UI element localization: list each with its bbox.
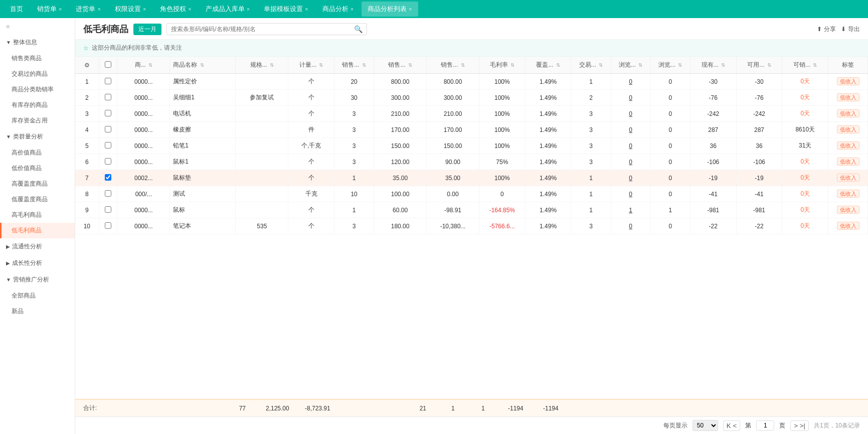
th-code[interactable]: 商... ⇅ — [117, 57, 170, 74]
row-checkbox-cell[interactable] — [99, 218, 117, 234]
nav-role-auth[interactable]: 角色授权 × — [154, 2, 197, 17]
sidebar-item-high-margin[interactable]: 高毛利商品 — [0, 207, 75, 223]
nav-close-product-analysis[interactable]: × — [351, 6, 354, 12]
nav-finished-goods[interactable]: 产成品入库单 × — [200, 2, 256, 17]
page-number-input[interactable] — [756, 420, 774, 430]
th-settings[interactable]: ⚙ — [75, 57, 99, 74]
row-view1[interactable]: 0 — [611, 218, 650, 234]
row-checkbox[interactable] — [105, 142, 111, 149]
th-cover-rate[interactable]: 覆盖... ⇅ — [525, 57, 571, 74]
th-gross-rate[interactable]: 毛利率 ⇅ — [479, 57, 525, 74]
row-tag: 低收入 — [828, 186, 868, 202]
sidebar-item-low-coverage[interactable]: 低覆盖度商品 — [0, 192, 75, 207]
th-unit[interactable]: 计量... ⇅ — [288, 57, 334, 74]
row-view1[interactable]: 0 — [611, 154, 650, 170]
sidebar-collapse-btn[interactable]: « — [4, 20, 12, 32]
table-container[interactable]: ⚙ 商... ⇅ 商品名称 ⇅ — [75, 57, 868, 399]
row-name: 吴细细1 — [170, 90, 236, 106]
row-view1[interactable]: 0 — [611, 106, 650, 122]
sidebar-item-all-products[interactable]: 全部商品 — [0, 288, 75, 304]
sidebar-item-high-value[interactable]: 高价值商品 — [0, 145, 75, 161]
th-select-all[interactable] — [99, 57, 117, 74]
row-checkbox-cell[interactable] — [99, 138, 117, 154]
nav-purchase-order[interactable]: 进货单 × — [70, 2, 106, 17]
row-checkbox-cell[interactable] — [99, 170, 117, 186]
nav-product-analysis-list[interactable]: 商品分析列表 × — [362, 2, 418, 17]
th-sales-total[interactable]: 销售... ⇅ — [427, 57, 479, 74]
nav-permission[interactable]: 权限设置 × — [109, 2, 152, 17]
search-input[interactable] — [171, 26, 354, 33]
table-row: 8 000/... 测试 千克 10 100.00 0.00 0 1.49% 1… — [75, 186, 868, 202]
th-trade[interactable]: 交易... ⇅ — [571, 57, 611, 74]
nav-home[interactable]: 首页 — [4, 2, 29, 17]
th-salable[interactable]: 可销... ⇅ — [782, 57, 828, 74]
settings-icon[interactable]: ⚙ — [84, 62, 90, 69]
share-button[interactable]: ⬆ 分享 — [817, 25, 836, 34]
row-checkbox-cell[interactable] — [99, 74, 117, 90]
next-page-btn[interactable]: > >| — [790, 420, 809, 431]
sidebar-section-growth[interactable]: ▶ 成长性分析 — [0, 255, 75, 271]
select-all-checkbox[interactable] — [105, 61, 111, 68]
sidebar-item-new-products[interactable]: 新品 — [0, 304, 75, 319]
date-filter-button[interactable]: 近一月 — [133, 24, 161, 35]
th-view1[interactable]: 浏览... ⇅ — [611, 57, 650, 74]
sidebar-item-low-value[interactable]: 低价值商品 — [0, 161, 75, 176]
th-name[interactable]: 商品名称 ⇅ — [170, 57, 236, 74]
sidebar-section-marketing[interactable]: ▼ 营销推广分析 — [0, 271, 75, 288]
sidebar-item-category-assist[interactable]: 商品分类助销率 — [0, 82, 75, 97]
row-view1[interactable]: 0 — [611, 74, 650, 90]
row-view1[interactable]: 0 — [611, 122, 650, 138]
row-checkbox[interactable] — [105, 78, 111, 84]
row-view1[interactable]: 1 — [611, 202, 650, 218]
nav-close-purchase-order[interactable]: × — [97, 6, 100, 12]
th-current[interactable]: 现有... ⇅ — [690, 57, 736, 74]
th-sales-price[interactable]: 销售... ⇅ — [374, 57, 427, 74]
nav-close-sales-order[interactable]: × — [59, 6, 62, 12]
sidebar-section-cluster[interactable]: ▼ 类群量分析 — [0, 128, 75, 145]
search-icon[interactable]: 🔍 — [354, 25, 363, 33]
row-checkbox-cell[interactable] — [99, 122, 117, 138]
nav-close-product-analysis-list[interactable]: × — [409, 6, 412, 12]
th-view2[interactable]: 浏览... ⇅ — [650, 57, 690, 74]
sidebar-item-low-margin[interactable]: 低毛利商品 — [0, 223, 75, 238]
row-checkbox[interactable] — [105, 126, 111, 132]
nav-close-permission[interactable]: × — [143, 6, 146, 12]
th-spec[interactable]: 规格... ⇅ — [236, 57, 288, 74]
row-checkbox[interactable] — [105, 158, 111, 165]
row-checkbox[interactable] — [105, 206, 111, 213]
first-page-btn[interactable]: K < — [723, 420, 740, 431]
sidebar-section-circulation[interactable]: ▶ 流通性分析 — [0, 238, 75, 255]
row-view1[interactable]: 0 — [611, 186, 650, 202]
sidebar-section-overall[interactable]: ▼ 整体信息 — [0, 34, 75, 51]
sidebar-item-inventory-capital[interactable]: 库存资金占用 — [0, 113, 75, 128]
th-sales-qty[interactable]: 销售... ⇅ — [334, 57, 374, 74]
nav-close-finished-goods[interactable]: × — [247, 6, 250, 12]
sidebar-item-traded-products[interactable]: 交易过的商品 — [0, 66, 75, 82]
sidebar-item-in-stock[interactable]: 有库存的商品 — [0, 97, 75, 113]
row-checkbox-cell[interactable] — [99, 186, 117, 202]
row-checkbox-cell[interactable] — [99, 202, 117, 218]
row-view1[interactable]: 0 — [611, 138, 650, 154]
row-checkbox-cell[interactable] — [99, 90, 117, 106]
nav-sales-order[interactable]: 销货单 × — [31, 2, 68, 17]
row-checkbox-cell[interactable] — [99, 154, 117, 170]
row-checkbox[interactable] — [105, 110, 111, 116]
row-checkbox[interactable] — [105, 94, 111, 100]
sidebar-item-sales-products[interactable]: 销售类商品 — [0, 51, 75, 66]
nav-product-analysis[interactable]: 商品分析 × — [316, 2, 360, 17]
export-button[interactable]: ⬇ 导出 — [841, 25, 860, 34]
row-checkbox[interactable] — [105, 174, 111, 181]
row-view1[interactable]: 0 — [611, 170, 650, 186]
sidebar-item-high-coverage[interactable]: 高覆盖度商品 — [0, 176, 75, 192]
row-view1[interactable]: 0 — [611, 90, 650, 106]
nav-template-settings[interactable]: 单据模板设置 × — [258, 2, 314, 17]
row-checkbox-cell[interactable] — [99, 106, 117, 122]
row-checkbox[interactable] — [105, 190, 111, 197]
nav-close-template-settings[interactable]: × — [305, 6, 308, 12]
nav-close-role-auth[interactable]: × — [188, 6, 191, 12]
tag-badge: 低收入 — [837, 77, 859, 85]
row-checkbox[interactable] — [105, 222, 111, 229]
th-avail[interactable]: 可用... ⇅ — [736, 57, 782, 74]
page-size-select[interactable]: 50 100 200 — [692, 420, 718, 431]
row-sales-total: 170.00 — [427, 122, 479, 138]
